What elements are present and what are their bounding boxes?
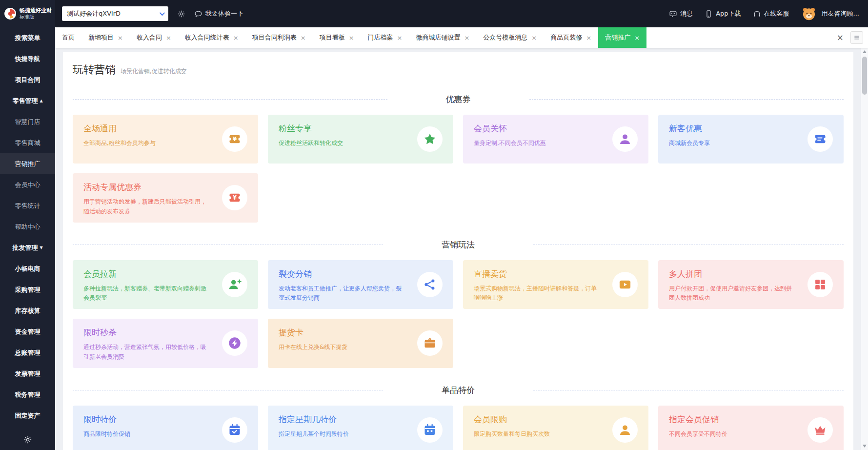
sidebar-item-批发管理[interactable]: 批发管理▼: [0, 237, 55, 258]
scroll-up-arrow-icon[interactable]: [863, 50, 867, 53]
sidebar-item-发票管理[interactable]: 发票管理: [0, 363, 55, 384]
message-icon: [669, 10, 677, 18]
tickets-icon: [807, 126, 833, 152]
card-会员限购[interactable]: 会员限购限定购买数量和每日购买次数: [463, 406, 648, 450]
sidebar-item-零售统计[interactable]: 零售统计: [0, 195, 55, 216]
tab-营销推广[interactable]: 营销推广×: [598, 27, 646, 48]
card-指定星期几特价[interactable]: 指定星期几特价指定星期几某个时间段特价: [268, 406, 453, 450]
card-description: 商城新会员专享: [669, 139, 793, 148]
sidebar-item-零售管理[interactable]: 零售管理▲: [0, 90, 55, 111]
tab-strip: 首页新增项目×收入合同×收入合同统计表×项目合同利润表×项目看板×门店档案×微商…: [55, 27, 646, 48]
card-title: 指定会员促销: [669, 414, 793, 425]
tab-list-button[interactable]: [850, 31, 863, 44]
main-column: 测试好会计qXVlrD 我要体验一下 消息: [55, 0, 868, 450]
close-all-tabs-button[interactable]: ×: [835, 33, 846, 42]
dashed-divider: [529, 99, 844, 100]
card-title: 会员关怀: [474, 123, 598, 134]
sidebar-item-固定资产[interactable]: 固定资产: [0, 405, 55, 426]
sidebar-item-资金管理[interactable]: 资金管理: [0, 321, 55, 342]
sidebar-item-总账管理[interactable]: 总账管理: [0, 342, 55, 363]
page-header: 玩转营销 场景化营销,促进转化成交: [73, 62, 844, 77]
card-提货卡[interactable]: 提货卡用卡在线上兑换&线下提货: [268, 319, 453, 368]
tab-close-icon[interactable]: ×: [634, 34, 640, 41]
tab-close-icon[interactable]: ×: [531, 34, 537, 41]
card-新客优惠[interactable]: 新客优惠商城新会员专享: [658, 115, 844, 164]
sidebar-item-库存核算[interactable]: 库存核算: [0, 300, 55, 321]
scrollbar-thumb[interactable]: [862, 57, 867, 95]
sidebar-item-税务管理[interactable]: 税务管理: [0, 384, 55, 405]
card-全场通用[interactable]: 全场通用全部商品,粉丝和会员均参与¥: [73, 115, 258, 164]
experience-label: 我要体验一下: [205, 9, 243, 18]
tab-商品页装修[interactable]: 商品页装修×: [544, 27, 598, 48]
sidebar-item-智慧门店[interactable]: 智慧门店: [0, 111, 55, 132]
tab-项目合同利润表[interactable]: 项目合同利润表×: [245, 27, 313, 48]
section-营销玩法: 营销玩法会员拉新多种拉新玩法，新客赠券、老带新双向赠券刺激会员裂变裂变分销发动老…: [73, 239, 844, 368]
messages-button[interactable]: 消息: [669, 9, 693, 18]
tab-收入合同统计表[interactable]: 收入合同统计表×: [178, 27, 245, 48]
card-title: 新客优惠: [669, 123, 793, 134]
tab-close-icon[interactable]: ×: [349, 34, 354, 41]
section-单品特价: 单品特价限时特价商品限时特价促销指定星期几特价指定星期几某个时间段特价会员限购限…: [73, 385, 844, 450]
gear-icon[interactable]: [177, 10, 185, 18]
sidebar-item-帮助中心[interactable]: 帮助中心: [0, 216, 55, 237]
card-指定会员促销[interactable]: 指定会员促销不同会员享受不同特价: [658, 406, 844, 450]
tab-label: 微商城店铺设置: [416, 33, 460, 42]
card-title: 多人拼团: [669, 268, 793, 280]
tab-label: 项目合同利润表: [252, 33, 297, 42]
card-description: 限定购买数量和每日购买次数: [474, 430, 598, 439]
tabbar-actions: ×: [835, 27, 868, 48]
sidebar-footer: [0, 430, 55, 450]
tab-close-icon[interactable]: ×: [586, 34, 591, 41]
card-多人拼团[interactable]: 多人拼团用户付款开团，促使用户邀请好友参团，达到拼团人数拼团成功: [658, 260, 844, 309]
sidebar-item-搜索菜单[interactable]: 搜索菜单: [0, 27, 55, 48]
account-select[interactable]: 测试好会计qXVlrD: [62, 6, 168, 21]
card-会员拉新[interactable]: 会员拉新多种拉新玩法，新客赠券、老带新双向赠券刺激会员裂变: [73, 260, 258, 309]
consultant-label[interactable]: 用友咨询顾...: [822, 9, 859, 18]
tab-close-icon[interactable]: ×: [233, 34, 239, 41]
card-description: 用户付款开团，促使用户邀请好友参团，达到拼团人数拼团成功: [669, 284, 793, 304]
tab-门店档案[interactable]: 门店档案×: [361, 27, 409, 48]
share-icon: [417, 272, 443, 297]
tab-close-icon[interactable]: ×: [118, 34, 123, 41]
avatar[interactable]: [801, 6, 817, 21]
sidebar-item-项目合同[interactable]: 项目合同: [0, 69, 55, 90]
card-限时特价[interactable]: 限时特价商品限时特价促销: [73, 406, 258, 450]
tab-新增项目[interactable]: 新增项目×: [81, 27, 130, 48]
card-裂变分销[interactable]: 裂变分销发动老客和员工做推广，让更多人帮您卖货，裂变式发展分销商: [268, 260, 453, 309]
topbar-right: 消息 App下载 在线客服 用友咨询顾...: [669, 6, 859, 21]
scroll-down-arrow-icon[interactable]: [863, 445, 867, 448]
sidebar-item-小畅电商[interactable]: 小畅电商: [0, 258, 55, 279]
settings-gear-icon[interactable]: [23, 435, 32, 446]
tab-label: 营销推广: [605, 33, 630, 42]
card-title: 限时秒杀: [83, 327, 207, 338]
tab-公众号模板消息[interactable]: 公众号模板消息×: [476, 27, 544, 48]
card-限时秒杀[interactable]: 限时秒杀通过秒杀活动，营造紧张气氛，用较低价格，吸引新老会员消费: [73, 319, 258, 368]
app-download-button[interactable]: App下载: [705, 9, 741, 18]
tab-收入合同[interactable]: 收入合同×: [130, 27, 178, 48]
sidebar-item-快捷导航[interactable]: 快捷导航: [0, 48, 55, 69]
card-title: 全场通用: [83, 123, 207, 134]
sidebar-item-采购管理[interactable]: 采购管理: [0, 279, 55, 300]
vertical-scrollbar[interactable]: [861, 48, 868, 450]
sidebar-item-营销推广[interactable]: 营销推广: [0, 153, 55, 174]
experience-button[interactable]: 我要体验一下: [194, 9, 243, 18]
tab-微商城店铺设置[interactable]: 微商城店铺设置×: [409, 27, 476, 48]
online-service-button[interactable]: 在线客服: [753, 9, 789, 18]
tab-close-icon[interactable]: ×: [301, 34, 306, 41]
tab-首页[interactable]: 首页: [55, 27, 81, 48]
tab-项目看板[interactable]: 项目看板×: [313, 27, 361, 48]
sidebar-item-label: 发票管理: [15, 369, 40, 378]
card-活动专属优惠券[interactable]: 活动专属优惠券用于营销活动的发券，新建后只能被活动引用，随活动的发布发券¥: [73, 173, 258, 223]
tab-close-icon[interactable]: ×: [464, 34, 469, 41]
sidebar-item-零售商城[interactable]: 零售商城: [0, 132, 55, 153]
sidebar-item-label: 固定资产: [15, 411, 40, 420]
card-会员关怀[interactable]: 会员关怀量身定制,不同会员不同优惠: [463, 115, 648, 164]
tab-close-icon[interactable]: ×: [397, 34, 403, 41]
card-直播卖货[interactable]: 直播卖货场景式购物新玩法，主播随时讲解和答疑，订单噌噌噌上涨: [463, 260, 648, 309]
card-粉丝专享[interactable]: 粉丝专享促进粉丝活跃和转化成交: [268, 115, 453, 164]
tab-close-icon[interactable]: ×: [166, 34, 171, 41]
app-download-label: App下载: [716, 9, 741, 18]
coupon-icon: ¥: [222, 126, 247, 152]
sections-container: 优惠券全场通用全部商品,粉丝和会员均参与¥粉丝专享促进粉丝活跃和转化成交会员关怀…: [73, 94, 844, 450]
sidebar-item-会员中心[interactable]: 会员中心: [0, 174, 55, 195]
